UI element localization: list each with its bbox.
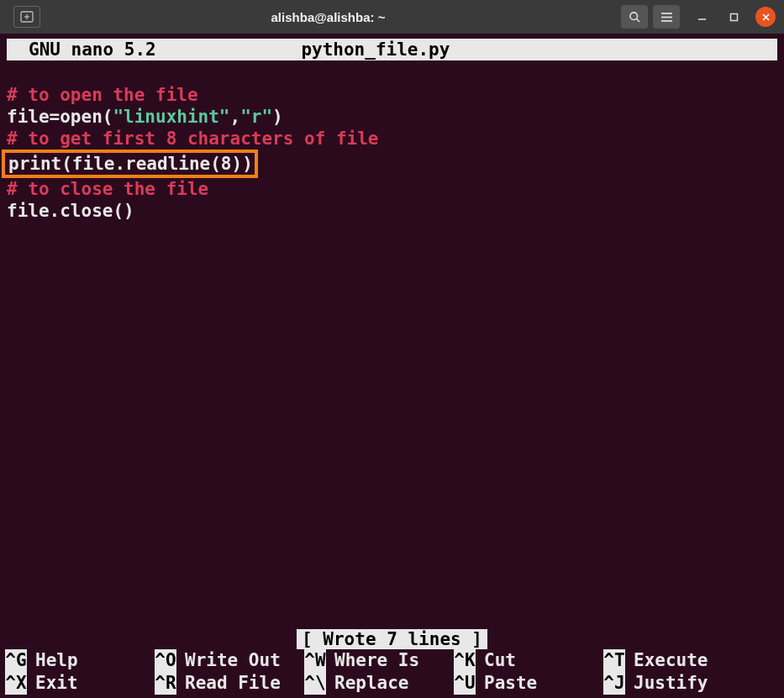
minimize-icon: [697, 13, 707, 22]
shortcut-label: Replace: [334, 672, 409, 695]
new-tab-button[interactable]: [13, 6, 40, 28]
shortcut-label: Paste: [484, 672, 537, 695]
menu-button[interactable]: [653, 5, 680, 29]
shortcut-label: Write Out: [185, 649, 281, 672]
close-button[interactable]: [755, 7, 776, 27]
shortcut-key: ^U: [454, 672, 476, 695]
code-comment: # to close the file: [7, 179, 208, 199]
nano-shortcut-bar: ^GHelp ^OWrite Out ^WWhere Is ^KCut ^TEx…: [5, 649, 779, 695]
maximize-button[interactable]: [723, 7, 744, 27]
code-line: file.close(): [7, 201, 134, 221]
window-titlebar: alishba@alishba: ~: [0, 0, 784, 34]
code-line: ,: [230, 107, 241, 127]
nano-header: GNU nano 5.2 python_file.py: [7, 39, 777, 60]
editor-content[interactable]: # to open the file file=open("linuxhint"…: [5, 60, 779, 244]
status-badge: [ Wrote 7 lines ]: [297, 629, 487, 649]
svg-point-3: [629, 12, 637, 19]
shortcut-key: ^O: [155, 649, 176, 672]
code-string: "r": [240, 107, 272, 127]
nano-filename: python_file.py: [301, 39, 771, 60]
nano-status-line: [ Wrote 7 lines ]: [0, 629, 784, 649]
shortcut-label: Read File: [185, 672, 281, 695]
shortcut-paste[interactable]: ^UPaste: [454, 672, 603, 695]
highlighted-line: print(file.readline(8)): [2, 150, 258, 178]
shortcut-label: Justify: [634, 672, 708, 695]
shortcut-key: ^J: [603, 672, 625, 695]
window-title: alishba@alishba: ~: [40, 10, 616, 24]
shortcut-readfile[interactable]: ^RRead File: [155, 672, 304, 695]
shortcut-replace[interactable]: ^\Replace: [304, 672, 454, 695]
shortcut-key: ^X: [5, 672, 27, 695]
nano-app-name: GNU nano 5.2: [13, 39, 301, 60]
shortcut-justify[interactable]: ^JJustify: [603, 672, 753, 695]
terminal-area[interactable]: GNU nano 5.2 python_file.py # to open th…: [0, 34, 784, 244]
shortcut-key: ^T: [603, 649, 625, 672]
shortcut-key: ^R: [155, 672, 176, 695]
shortcut-execute[interactable]: ^TExecute: [603, 649, 753, 672]
code-comment: # to open the file: [7, 85, 198, 105]
svg-rect-9: [730, 13, 737, 20]
hamburger-icon: [660, 12, 673, 23]
shortcut-row: ^XExit ^RRead File ^\Replace ^UPaste ^JJ…: [5, 672, 779, 695]
code-line: print(file.readline(8)): [8, 154, 253, 174]
maximize-icon: [729, 13, 739, 22]
code-line: ): [272, 107, 283, 127]
code-string: "linuxhint": [113, 107, 229, 127]
shortcut-exit[interactable]: ^XExit: [5, 672, 155, 695]
shortcut-label: Exit: [35, 672, 78, 695]
code-comment: # to get first 8 characters of file: [7, 129, 379, 149]
search-icon: [629, 11, 641, 24]
code-line: file=open(: [7, 107, 113, 127]
shortcut-label: Help: [35, 649, 78, 672]
shortcut-label: Where Is: [334, 649, 419, 672]
shortcut-key: ^\: [304, 672, 326, 695]
svg-line-4: [636, 18, 639, 22]
close-icon: [761, 13, 771, 22]
shortcut-writeout[interactable]: ^OWrite Out: [155, 649, 304, 672]
shortcut-label: Execute: [634, 649, 708, 672]
shortcut-key: ^G: [5, 649, 27, 672]
shortcut-cut[interactable]: ^KCut: [454, 649, 603, 672]
minimize-button[interactable]: [692, 7, 712, 27]
shortcut-help[interactable]: ^GHelp: [5, 649, 155, 672]
shortcut-key: ^W: [304, 649, 326, 672]
shortcut-label: Cut: [484, 649, 516, 672]
shortcut-row: ^GHelp ^OWrite Out ^WWhere Is ^KCut ^TEx…: [5, 649, 779, 672]
search-button[interactable]: [621, 5, 648, 29]
shortcut-key: ^K: [454, 649, 476, 672]
shortcut-whereis[interactable]: ^WWhere Is: [304, 649, 454, 672]
